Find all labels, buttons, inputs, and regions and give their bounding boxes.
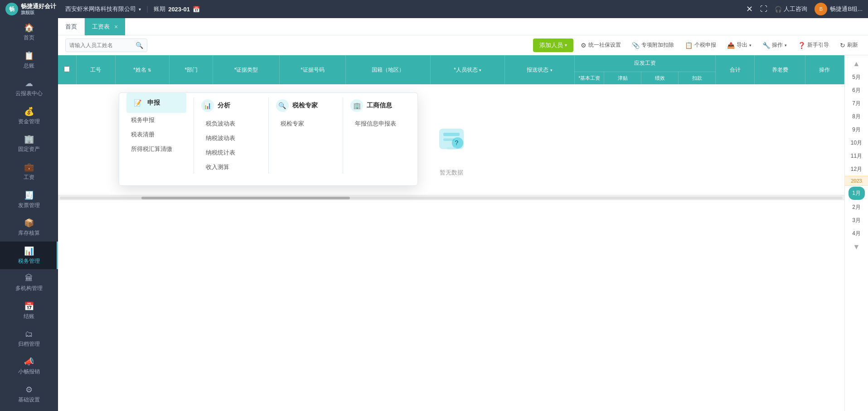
sidebar-item-settings[interactable]: ⚙ 基础设置	[0, 380, 58, 408]
sidebar-item-invoice[interactable]: 🧾 发票管理	[0, 186, 58, 214]
fenxi-icon: 📊	[201, 99, 214, 112]
period-selector[interactable]: 账期 2023-01 📅	[154, 5, 200, 13]
invoice-icon: 🧾	[24, 190, 34, 200]
scrollbar-thumb[interactable]	[141, 197, 350, 199]
timeline-month-11[interactable]: 11月	[845, 150, 868, 163]
tax-report-icon: 📋	[685, 42, 693, 49]
menu-item-income-tax[interactable]: 所得税汇算清缴	[126, 142, 186, 156]
col-group-yingfa: 应发工资	[575, 55, 716, 72]
menu-item-tax-expert[interactable]: 税检专家	[276, 116, 336, 131]
social-insurance-button[interactable]: ⚙ 统一社保设置	[578, 39, 624, 51]
sidebar-item-home[interactable]: 🏠 首页	[0, 18, 58, 46]
export-icon: 📤	[727, 42, 735, 49]
timeline-month-5[interactable]: 5月	[845, 71, 868, 84]
service-button[interactable]: 🎧 人工咨询	[775, 5, 807, 13]
section-title-gongshang: 🏢 工商信息	[350, 93, 410, 116]
expand-icon[interactable]: ⛶	[760, 5, 767, 13]
assets-icon: 🏢	[24, 134, 34, 144]
sidebar-item-guide[interactable]: 🆕 新手引导	[0, 408, 58, 411]
gongshang-icon: 🏢	[350, 99, 363, 112]
calendar-icon: 📅	[193, 6, 200, 13]
col-dept: *部门	[170, 55, 213, 84]
add-person-button[interactable]: 添加人员 ▾	[533, 39, 573, 52]
tab-close-icon[interactable]: ×	[114, 23, 118, 30]
sidebar-item-fund[interactable]: 💰 资金管理	[0, 102, 58, 130]
timeline-up-button[interactable]: ▲	[845, 57, 868, 71]
operate-button[interactable]: 🔧 操作 ▾	[760, 39, 790, 51]
sidebar-item-assets[interactable]: 🏢 固定资产	[0, 130, 58, 158]
sidebar-item-tax[interactable]: 📊 税务管理	[0, 242, 58, 270]
toolbar-actions: ⚙ 统一社保设置 📎 专项附加扣除 📋 个税申报 📤 导出 ▾ 🔧	[578, 39, 861, 51]
sidebar-item-payroll[interactable]: 💼 工资	[0, 158, 58, 186]
col-name: *姓名 ⇅	[115, 55, 170, 84]
ledger-icon: 📋	[24, 51, 34, 61]
menu-item-income-calc[interactable]: 收入测算	[201, 160, 261, 174]
sidebar-item-close[interactable]: 📅 结账	[0, 297, 58, 325]
timeline-down-button[interactable]: ▼	[845, 240, 868, 254]
timeline-month-12[interactable]: 12月	[845, 163, 868, 176]
timeline-year-2023: 2023	[845, 176, 868, 186]
search-input[interactable]	[69, 42, 133, 48]
timeline-month-10[interactable]: 10月	[845, 136, 868, 150]
search-icon: 🔍	[136, 42, 143, 49]
timeline-month-6[interactable]: 6月	[845, 84, 868, 97]
col-sendstatus: 报送状态 ▾	[505, 55, 575, 84]
app-title: 畅捷通好会计	[21, 3, 56, 10]
select-all-checkbox[interactable]	[64, 66, 70, 72]
company-selector[interactable]: 西安虾米网络科技有限公司 ▾	[65, 5, 141, 13]
fund-icon: 💰	[24, 106, 34, 116]
col-allowance: 津贴	[604, 72, 641, 84]
col-checkbox[interactable]	[58, 55, 76, 84]
sidebar-item-cloud[interactable]: ☁ 云报表中心	[0, 74, 58, 102]
tab-payroll[interactable]: 工资表 ×	[85, 18, 125, 35]
chevron-down-icon: ▾	[565, 43, 567, 48]
sidebar-item-ledger[interactable]: 📋 总账	[0, 46, 58, 74]
menu-item-tax-stats[interactable]: 纳税统计表	[201, 145, 261, 160]
section-title-shenbao: 📝 申报	[126, 93, 186, 113]
svg-rect-1	[443, 133, 460, 136]
menu-item-tax-list[interactable]: 税表清册	[126, 127, 186, 142]
right-timeline: ▲ 5月 6月 7月 8月 9月 10月 11月 12月 2023 1月 2月 …	[844, 55, 868, 411]
menu-item-tax-change[interactable]: 纳税波动表	[201, 131, 261, 145]
avatar: B	[815, 3, 827, 15]
col-performance: 绩效	[641, 72, 679, 84]
user-menu[interactable]: B 畅捷通B组...	[815, 3, 863, 15]
social-icon: ⚙	[581, 42, 587, 49]
col-basesalary: *基本工资	[575, 72, 604, 84]
payroll-icon: 💼	[24, 162, 34, 172]
col-empno: 工号	[76, 55, 115, 84]
col-total: 合计	[716, 55, 755, 84]
section-title-fenxi: 📊 分析	[201, 93, 261, 116]
menu-item-tax-report[interactable]: 税务申报	[126, 113, 186, 127]
sidebar-item-multi[interactable]: 🏛 多机构管理	[0, 269, 58, 297]
new-guide-icon: ❓	[798, 42, 805, 49]
refresh-button[interactable]: ↻ 刷新	[837, 39, 861, 51]
timeline-month-1[interactable]: 1月	[849, 187, 865, 200]
chevron-down-icon: ▾	[785, 43, 787, 48]
timeline-month-3[interactable]: 3月	[845, 214, 868, 227]
menu-item-annual-report[interactable]: 年报信息申报表	[350, 116, 410, 131]
svg-rect-5	[446, 147, 456, 150]
tab-home[interactable]: 首页	[58, 18, 85, 35]
sidebar-item-xiaochang[interactable]: 📣 小畅报销	[0, 352, 58, 380]
empty-text: 暂无数据	[440, 169, 463, 177]
special-deduction-button[interactable]: 📎 专项附加扣除	[629, 39, 677, 51]
cloud-icon: ☁	[25, 78, 33, 88]
main-layout: 🏠 首页 📋 总账 ☁ 云报表中心 💰 资金管理 🏢 固定资产 💼 工资 🧾 发…	[0, 18, 868, 411]
timeline-month-2[interactable]: 2月	[845, 201, 868, 214]
timeline-month-8[interactable]: 8月	[845, 110, 868, 123]
new-guide-button[interactable]: ❓ 新手引导	[795, 39, 832, 51]
tax-report-button[interactable]: 📋 个税申报	[682, 39, 719, 51]
menu-item-tax-burden[interactable]: 税负波动表	[201, 116, 261, 131]
sidebar-item-archive[interactable]: 🗂 归档管理	[0, 325, 58, 353]
xiaochang-icon: 📣	[24, 357, 34, 367]
horizontal-scrollbar[interactable]	[58, 195, 844, 200]
top-bar-right: ✕ ⛶ 🎧 人工咨询 B 畅捷通B组...	[746, 3, 863, 15]
home-icon: 🏠	[24, 23, 34, 33]
timeline-month-4[interactable]: 4月	[845, 227, 868, 240]
close-icon[interactable]: ✕	[746, 4, 753, 14]
sidebar-item-inventory[interactable]: 📦 库存核算	[0, 213, 58, 242]
timeline-month-7[interactable]: 7月	[845, 97, 868, 110]
export-button[interactable]: 📤 导出 ▾	[724, 39, 754, 51]
timeline-month-9[interactable]: 9月	[845, 123, 868, 136]
